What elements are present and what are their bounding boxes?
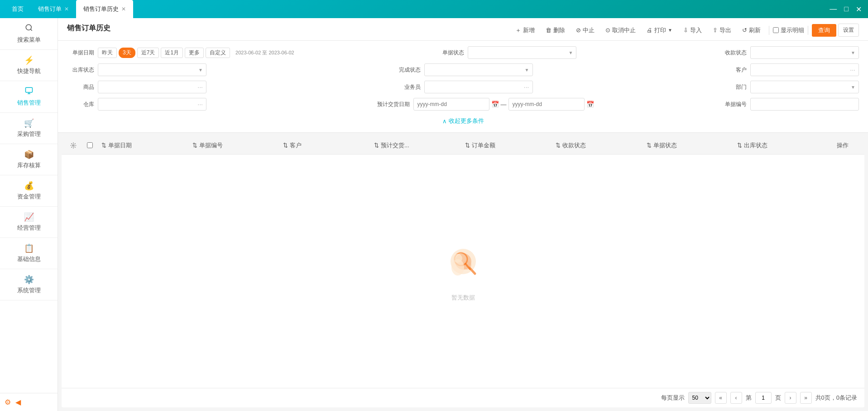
new-button[interactable]: ＋ 新增 [511, 24, 539, 37]
svg-rect-2 [25, 87, 32, 92]
empty-state: 暂无数据 [62, 155, 864, 388]
delete-button[interactable]: 🗑 删除 [541, 24, 570, 37]
sidebar-item-inventory-label: 库存核算 [17, 161, 41, 169]
expected-date-start[interactable] [413, 98, 489, 111]
cancel-stop-label: 取消中止 [612, 26, 636, 34]
show-details-checkbox[interactable] [773, 27, 779, 33]
order-status-select[interactable] [468, 46, 576, 59]
sales-icon [25, 87, 33, 97]
tab-sales-order[interactable]: 销售订单 ✕ [31, 0, 76, 18]
import-icon: ⇩ [683, 27, 688, 34]
order-status-select-wrapper: ▼ [468, 46, 576, 59]
page-label: 页 [775, 394, 781, 402]
delivery-status-select[interactable] [98, 63, 206, 76]
order-number-label: 单据编号 [719, 101, 747, 108]
print-button[interactable]: 🖨 打印 ▼ [642, 24, 677, 37]
sidebar-item-finance-label: 资金管理 [17, 193, 41, 201]
sort-icon-expected: ⇅ [374, 142, 379, 149]
salesperson-select[interactable] [424, 81, 533, 93]
date-btn-custom[interactable]: 自定义 [206, 48, 230, 58]
prev-page-btn[interactable]: ‹ [730, 392, 742, 404]
collapse-sidebar-icon[interactable]: ◀ [15, 398, 21, 406]
sidebar-item-finance[interactable]: 💰 资金管理 [0, 175, 58, 207]
delivery-status-select-wrapper: ▼ [98, 63, 206, 76]
th-customer[interactable]: ⇅ 客户 [279, 141, 370, 150]
date-btn-yesterday[interactable]: 昨天 [98, 48, 117, 58]
sort-icon-number: ⇅ [192, 142, 197, 149]
import-button[interactable]: ⇩ 导入 [679, 24, 706, 37]
stop-button[interactable]: ⊘ 中止 [571, 24, 599, 37]
tab-sales-order-history-close[interactable]: ✕ [121, 6, 126, 12]
query-button[interactable]: 查询 [812, 24, 836, 37]
th-date[interactable]: ⇅ 单据日期 [98, 141, 189, 150]
date-btn-7days[interactable]: 近7天 [137, 48, 159, 58]
next-page-btn[interactable]: › [785, 392, 796, 404]
goods-select[interactable] [98, 81, 206, 93]
customer-dots-icon: ··· [850, 66, 855, 73]
warehouse-dots-icon: ··· [197, 101, 203, 108]
per-page-select[interactable]: 50 10 20 100 [688, 392, 711, 404]
payment-status-label: 收款状态 [719, 49, 747, 57]
th-expected-date[interactable]: ⇅ 预计交货... [370, 141, 461, 150]
first-page-btn[interactable]: « [715, 392, 727, 404]
calendar-end-icon[interactable]: 📅 [586, 101, 594, 108]
settings-button[interactable]: 设置 [838, 24, 859, 37]
salesperson-select-wrapper: ··· [424, 81, 533, 93]
date-btn-1month[interactable]: 近1月 [161, 48, 183, 58]
th-order-status[interactable]: ⇅ 单据状态 [643, 141, 734, 150]
th-number[interactable]: ⇅ 单据编号 [189, 141, 280, 150]
expected-date-end[interactable] [508, 98, 585, 111]
sidebar-item-system[interactable]: ⚙️ 系统管理 [0, 269, 58, 300]
sidebar-item-quick-nav[interactable]: ⚡ 快捷导航 [0, 50, 58, 81]
show-details-label[interactable]: 显示明细 [773, 26, 804, 34]
main-layout: 搜索菜单 ⚡ 快捷导航 销售管理 🛒 采购管理 📦 库存核算 💰 资金管理 📈 … [0, 18, 868, 411]
customer-label: 客户 [719, 66, 747, 74]
order-number-input[interactable] [750, 98, 859, 111]
table-header: ⇅ 单据日期 ⇅ 单据编号 ⇅ 客户 ⇅ 预计交货... ⇅ 订单金额 [62, 136, 864, 155]
sidebar-item-sales[interactable]: 销售管理 [0, 81, 58, 113]
payment-status-select[interactable] [750, 46, 859, 59]
last-page-btn[interactable]: » [800, 392, 812, 404]
th-payment-status[interactable]: ⇅ 收款状态 [552, 141, 643, 150]
close-icon[interactable]: ✕ [854, 3, 863, 15]
department-select[interactable] [750, 81, 859, 93]
settings-bottom-icon[interactable]: ⚙ [5, 398, 11, 406]
print-icon: 🖨 [647, 27, 652, 34]
sidebar-bottom: ⚙ ◀ [0, 393, 58, 411]
empty-text: 暂无数据 [451, 294, 475, 302]
calendar-start-icon[interactable]: 📅 [491, 101, 499, 108]
sort-icon-amount: ⇅ [465, 142, 470, 149]
select-all-checkbox[interactable] [87, 142, 93, 148]
sidebar-item-basic-info[interactable]: 📋 基础信息 [0, 238, 58, 269]
tab-sales-order-history-label: 销售订单历史 [83, 5, 119, 13]
refresh-button[interactable]: ↺ 刷新 [738, 24, 765, 37]
cancel-stop-button[interactable]: ⊙ 取消中止 [601, 24, 640, 37]
tab-area: 首页 销售订单 ✕ 销售订单历史 ✕ [5, 0, 828, 18]
tab-sales-order-history[interactable]: 销售订单历史 ✕ [76, 0, 133, 18]
date-btn-more[interactable]: 更多 [185, 48, 204, 58]
sidebar-item-search-menu[interactable]: 搜索菜单 [0, 18, 58, 50]
tab-sales-order-close[interactable]: ✕ [64, 6, 69, 12]
expected-date-group: 📅 — 📅 [413, 98, 549, 111]
table-settings-icon[interactable] [65, 142, 82, 149]
warehouse-select[interactable] [98, 98, 206, 111]
th-amount[interactable]: ⇅ 订单金额 [461, 141, 552, 150]
filter-row-2: 出库状态 ▼ 完成状态 ▼ 客户 ··· [67, 63, 859, 76]
quick-nav-icon: ⚡ [24, 55, 34, 65]
th-delivery-status[interactable]: ⇅ 出库状态 [734, 141, 825, 150]
complete-status-select[interactable] [424, 63, 533, 76]
sidebar-item-purchase[interactable]: 🛒 采购管理 [0, 113, 58, 144]
maximize-icon[interactable]: □ [842, 3, 850, 15]
date-btn-3days[interactable]: 3天 [119, 48, 135, 58]
export-button[interactable]: ⇧ 导出 [708, 24, 736, 37]
filter-row-4: 仓库 ··· 预计交货日期 📅 — 📅 单据编号 [67, 98, 859, 111]
table-select-all[interactable] [82, 142, 98, 148]
page-input[interactable] [755, 392, 772, 404]
sidebar-item-operations[interactable]: 📈 经营管理 [0, 207, 58, 238]
new-icon: ＋ [515, 26, 521, 34]
minimize-icon[interactable]: — [828, 3, 839, 15]
tab-home[interactable]: 首页 [5, 0, 31, 18]
customer-select[interactable] [750, 63, 859, 76]
sidebar-item-inventory[interactable]: 📦 库存核算 [0, 144, 58, 175]
collapse-button[interactable]: ∧ 收起更多条件 [442, 115, 484, 127]
